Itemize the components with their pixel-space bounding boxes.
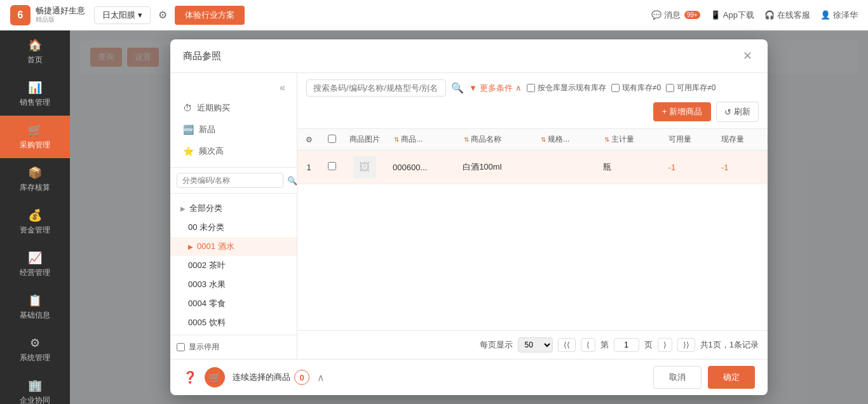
add-product-button[interactable]: + 新增商品 [653, 102, 711, 121]
row-checkbox[interactable] [328, 162, 336, 170]
select-all-checkbox[interactable] [328, 135, 336, 143]
sort-icon: ⇅ [394, 136, 399, 143]
sidebar-item-label: 资金管理 [20, 225, 50, 236]
show-disabled-row: 显示停用 [170, 335, 297, 359]
user-item[interactable]: 👤 徐泽华 [820, 10, 858, 21]
next-page-button[interactable]: ⟩ [658, 338, 672, 352]
col-header-unit[interactable]: ⇅ 主计量 [597, 129, 662, 151]
collapse-left-button[interactable]: « [275, 79, 290, 96]
col-header-spec[interactable]: ⇅ 规格... [533, 129, 597, 151]
sidebar-item-label: 基础信息 [20, 310, 50, 321]
sidebar-item-label: 企业协同 [20, 395, 50, 404]
trial-button[interactable]: 体验行业方案 [175, 6, 245, 25]
col-header-img: 商品图片 [343, 129, 386, 151]
modal-overlay: 商品参照 ✕ « ⏱ 近期购买 [70, 30, 868, 404]
sidebar-item-home[interactable]: 🏠 首页 [0, 30, 70, 73]
cancel-button[interactable]: 取消 [653, 366, 702, 389]
sidebar-item-label: 系统管理 [20, 353, 50, 363]
table-row[interactable]: 1 🖼 [297, 151, 768, 184]
new-products-item[interactable]: 🆕 新品 [177, 120, 290, 139]
tree-item-cat0005[interactable]: 0005 饮料 [170, 313, 297, 332]
col-header-name[interactable]: ⇅ 商品名称 [456, 129, 533, 151]
row-stock: -1 [715, 151, 768, 184]
modal-title: 商品参照 [183, 50, 221, 62]
sidebar-item-system[interactable]: ⚙ 系统管理 [0, 328, 70, 371]
collapse-footer-button[interactable]: ∧ [317, 372, 325, 384]
nonzero-stock-checkbox[interactable] [611, 84, 620, 92]
frequent-item[interactable]: ⭐ 频次高 [177, 142, 290, 161]
cart-icon: 🛒 [208, 372, 221, 384]
by-warehouse-checkbox[interactable] [527, 84, 535, 92]
sidebar-item-label: 采购管理 [20, 140, 50, 151]
help-icon[interactable]: ❓ [183, 370, 197, 384]
sidebar-item-operation[interactable]: 📈 经营管理 [0, 243, 70, 286]
refresh-button[interactable]: ↺ 刷新 [716, 102, 759, 122]
nav-right: 💬 消息 99+ 📱 App下载 🎧 在线客服 👤 徐泽华 [651, 10, 858, 21]
col-header-gear[interactable]: ⚙ [297, 129, 320, 151]
more-conditions-button[interactable]: ▼ 更多条件 ∧ [469, 83, 522, 94]
category-search-icon[interactable]: 🔍 [287, 176, 297, 185]
tree-item-all[interactable]: ▶ 全部分类 [170, 199, 297, 218]
col-header-code[interactable]: ⇅ 商品... [386, 129, 456, 151]
basic-icon: 📋 [28, 293, 42, 307]
sidebar: 🏠 首页 📊 销售管理 🛒 采购管理 📦 库存核算 💰 资金管理 📈 经营管理 … [0, 30, 70, 404]
app-download-item[interactable]: 📱 App下载 [710, 10, 754, 21]
tree-item-cat0003[interactable]: 0003 水果 [170, 275, 297, 294]
col-header-check[interactable] [320, 129, 343, 151]
tree-item-cat0002[interactable]: 0002 茶叶 [170, 256, 297, 275]
gear-icon: ⚙ [306, 135, 313, 144]
sort-icon: ⇅ [464, 136, 469, 143]
sidebar-item-finance[interactable]: 💰 资金管理 [0, 201, 70, 243]
product-search-input[interactable] [306, 79, 446, 97]
tree-item-cat00[interactable]: 00 未分类 [170, 218, 297, 237]
sidebar-item-inventory[interactable]: 📦 库存核算 [0, 158, 70, 201]
sort-icon: ⇅ [604, 136, 609, 143]
product-table-area: ⚙ 商品图片 [297, 129, 768, 330]
modal-footer: ❓ 🛒 连续选择的商品 0 ∧ 取消 确定 [170, 359, 768, 395]
modal-body: « ⏱ 近期购买 🆕 新品 ⭐ [170, 73, 768, 359]
col-header-available: 可用量 [662, 129, 715, 151]
nav-dropdown[interactable]: 日太阳膜 ▾ [94, 6, 151, 24]
notifications-item[interactable]: 💬 消息 99+ [651, 10, 700, 21]
star-icon: ⭐ [183, 146, 194, 156]
sidebar-item-enterprise[interactable]: 🏢 企业协同 [0, 371, 70, 404]
right-panel: 🔍 ▼ 更多条件 ∧ 按仓库显示现有库存 [297, 73, 768, 359]
tree-item-cat0001[interactable]: ▶ 0001 酒水 [170, 237, 297, 256]
category-search-input[interactable] [177, 173, 283, 188]
pagination: 每页显示 102050100 ⟨⟨ ⟨ 第 页 ⟩ ⟩⟩ 共1页，1条记录 [297, 330, 768, 359]
row-index: 1 [297, 151, 320, 184]
confirm-button[interactable]: 确定 [708, 366, 755, 389]
show-disabled-checkbox[interactable] [177, 343, 185, 351]
tree-item-cat0004[interactable]: 0004 零食 [170, 294, 297, 313]
customer-service-item[interactable]: 🎧 在线客服 [764, 10, 810, 21]
checkbox-by-warehouse[interactable]: 按仓库显示现有库存 [527, 83, 606, 93]
prev-page-button[interactable]: ⟨ [581, 338, 595, 352]
product-search-icon[interactable]: 🔍 [451, 82, 464, 94]
sidebar-item-purchase[interactable]: 🛒 采购管理 [0, 116, 70, 158]
arrow-right-icon: ▶ [188, 243, 193, 250]
last-page-button[interactable]: ⟩⟩ [677, 338, 695, 352]
page-size-select[interactable]: 102050100 [518, 337, 553, 353]
row-checkbox-cell[interactable] [320, 151, 343, 184]
notifications-badge: 99+ [684, 11, 700, 19]
nonzero-available-checkbox[interactable] [666, 84, 674, 92]
checkbox-nonzero-stock[interactable]: 现有库存≠0 [611, 83, 661, 93]
first-page-button[interactable]: ⟨⟨ [558, 338, 576, 352]
modal-header: 商品参照 ✕ [170, 39, 768, 73]
page-number-input[interactable] [614, 338, 639, 352]
filter-icon: ▼ [469, 83, 477, 93]
sort-icon: ⇅ [541, 136, 546, 143]
finance-icon: 💰 [28, 208, 42, 222]
sidebar-item-label: 销售管理 [20, 97, 50, 108]
continuous-select-area: 连续选择的商品 0 [233, 370, 309, 385]
product-table: ⚙ 商品图片 [297, 129, 768, 184]
gear-icon[interactable]: ⚙ [158, 9, 167, 21]
operation-icon: 📈 [28, 251, 42, 265]
recent-purchase-item[interactable]: ⏱ 近期购买 [177, 98, 290, 118]
checkbox-nonzero-available[interactable]: 可用库存≠0 [666, 83, 715, 93]
sidebar-item-basic[interactable]: 📋 基础信息 [0, 286, 70, 328]
cart-button[interactable]: 🛒 [205, 367, 225, 387]
left-panel: « ⏱ 近期购买 🆕 新品 ⭐ [170, 73, 297, 359]
modal-close-button[interactable]: ✕ [740, 48, 755, 64]
sidebar-item-sales[interactable]: 📊 销售管理 [0, 73, 70, 116]
